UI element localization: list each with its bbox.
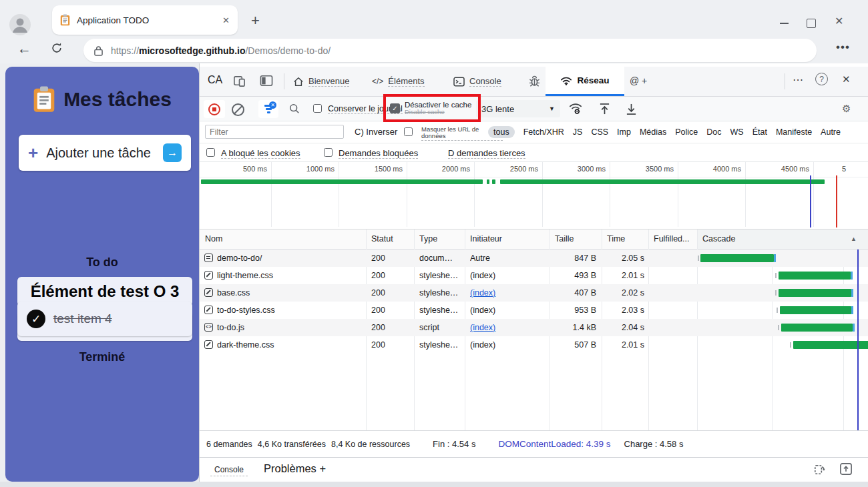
blocked-cookies-label[interactable]: A bloqué les cookies (221, 148, 300, 159)
table-row[interactable]: dark-theme.css 200 styleshe… (index) 507… (200, 336, 868, 354)
help-icon[interactable]: ? (815, 73, 828, 85)
submit-task-button[interactable]: → (163, 143, 182, 162)
col-header-time[interactable]: Time (607, 234, 625, 244)
url-bar[interactable]: https://microsoftedge.github.io/Demos/de… (83, 39, 817, 62)
filter-pill[interactable]: WS (730, 127, 744, 137)
add-task-button[interactable]: + Ajouter une tâche → (19, 135, 191, 171)
blocked-requests-label[interactable]: Demandes bloquées (339, 148, 418, 159)
waterfall-bar (779, 272, 851, 280)
col-header-cascade[interactable]: Cascade (702, 234, 735, 244)
network-conditions-icon[interactable] (568, 102, 583, 115)
devtools-more-icon[interactable]: ⋯ (793, 73, 803, 86)
filter-pill[interactable]: État (752, 127, 767, 137)
disable-cache-label[interactable]: Désactiver le cache Disable cache (405, 101, 471, 115)
blocked-requests-checkbox[interactable] (324, 148, 333, 157)
filter-input[interactable] (205, 125, 344, 139)
throttling-dropdown[interactable]: 3G lente ▼ (476, 100, 560, 117)
checkmark-icon[interactable]: ✓ (27, 310, 45, 328)
avatar[interactable] (9, 14, 31, 35)
table-row[interactable]: base.css 200 styleshe… (index) 407 B 2.0… (200, 284, 868, 302)
filter-pill[interactable]: Manifeste (776, 127, 812, 137)
invert-label: C) Inverser (355, 127, 397, 137)
waterfall-bar-tip (851, 289, 853, 297)
edge-browser-window: Application TODO ✕ + ✕ ← https://microso… (0, 0, 868, 487)
todo-section-heading: To do (5, 256, 199, 270)
disable-cache-checkbox[interactable]: ✓ (390, 103, 400, 113)
done-item[interactable]: ✓ test item 4 (17, 302, 192, 336)
third-party-label[interactable]: D demandes tierces (448, 148, 525, 159)
col-header-status[interactable]: Statut (371, 234, 393, 244)
device-emulation-icon[interactable] (233, 75, 246, 87)
maximize-icon[interactable] (807, 19, 816, 28)
import-har-icon[interactable] (599, 103, 610, 115)
browser-tab[interactable]: Application TODO ✕ (52, 5, 238, 35)
col-header-type[interactable]: Type (419, 234, 437, 244)
network-overview-timeline[interactable]: 500 ms 1000 ms 1500 ms 2000 ms 2500 ms 3… (200, 162, 868, 229)
filter-pill[interactable]: Doc (706, 127, 721, 137)
device-posture-icon[interactable] (812, 463, 826, 476)
sort-arrow-icon[interactable]: ▲ (851, 235, 857, 242)
drawer-tab-console[interactable]: Console (210, 464, 248, 476)
stylesheet-icon (204, 288, 213, 297)
filter-pill-all[interactable]: tous (488, 126, 515, 138)
col-header-initiator[interactable]: Initiateur (470, 234, 502, 244)
filter-icon[interactable]: ✕ (258, 100, 278, 118)
devtools-tabbar: CA Bienvenue </> Éléments Console (200, 67, 868, 97)
filter-pill[interactable]: Police (675, 127, 698, 137)
dock-side-icon[interactable] (260, 75, 273, 87)
table-row[interactable]: to-do-styles.css 200 styleshe… (index) 9… (200, 302, 868, 319)
options-row: A bloqué les cookies Demandes bloquées D… (200, 143, 868, 162)
search-icon[interactable] (289, 103, 300, 114)
timeline-tick: 1000 ms (294, 165, 335, 173)
refresh-icon[interactable] (51, 42, 63, 54)
table-row[interactable]: <> to-do.js 200 script (index) 1.4 kB 2.… (200, 319, 868, 336)
minimize-icon[interactable] (780, 23, 789, 24)
waterfall-bar (779, 289, 851, 297)
filter-pill[interactable]: Fetch/XHR (523, 127, 564, 137)
load-marker-line (836, 175, 837, 227)
col-header-fulfilled[interactable]: Fulfilled... (654, 234, 690, 244)
filter-pill[interactable]: CSS (591, 127, 608, 137)
record-button[interactable] (204, 100, 225, 118)
console-icon (453, 77, 465, 87)
timeline-tick: 3000 ms (566, 165, 606, 173)
blocked-cookies-checkbox[interactable] (206, 148, 215, 157)
open-panel-icon[interactable] (839, 462, 853, 476)
initiator-link[interactable]: (index) (470, 323, 545, 332)
waterfall-bar-tip (774, 254, 776, 262)
settings-gear-icon[interactable]: ⚙ (842, 103, 851, 115)
filter-pill[interactable]: Médias (640, 127, 666, 137)
col-header-name[interactable]: Nom (205, 234, 222, 244)
more-options-icon[interactable]: ••• (836, 41, 850, 54)
network-summary-bar: 6 demandes 4,6 Ko transférées 8,4 Ko de … (200, 430, 868, 457)
devtools-close-icon[interactable]: ✕ (842, 73, 851, 85)
clear-icon[interactable] (232, 103, 244, 116)
inspect-bug-icon[interactable] (528, 75, 541, 87)
tab-console[interactable]: Console (453, 67, 501, 96)
filter-pill[interactable]: JS (573, 127, 583, 137)
plus-icon: + (28, 143, 38, 163)
invert-checkbox[interactable] (404, 127, 413, 136)
preserve-log-checkbox[interactable] (313, 104, 322, 113)
filter-pill[interactable]: Autre (821, 127, 841, 137)
drawer-tab-problems[interactable]: Problèmes + (264, 462, 326, 475)
divider (785, 73, 785, 89)
table-row[interactable]: demo-to-do/ 200 docum… Autre 847 B 2.05 … (200, 250, 868, 267)
close-tab-icon[interactable]: ✕ (222, 15, 230, 25)
table-row[interactable]: light-theme.css 200 styleshe… (index) 49… (200, 267, 868, 284)
stylesheet-icon (204, 271, 213, 280)
tab-suffix[interactable]: @ + (630, 75, 647, 86)
filter-pill[interactable]: Imp (617, 127, 631, 137)
tab-network[interactable]: Réseau (546, 67, 624, 96)
col-header-size[interactable]: Taille (555, 234, 574, 244)
tab-elements[interactable]: </> Éléments (372, 67, 425, 96)
window-close-icon[interactable]: ✕ (835, 15, 843, 27)
browser-chrome: Application TODO ✕ + ✕ ← https://microso… (0, 0, 868, 63)
initiator-link[interactable]: (index) (470, 288, 545, 298)
export-har-icon[interactable] (626, 103, 637, 115)
tab-welcome[interactable]: Bienvenue (293, 67, 349, 96)
new-tab-icon[interactable]: + (251, 12, 260, 29)
finish-time: Fin : 4.54 s (433, 439, 475, 449)
todo-app-panel: Mes tâches + Ajouter une tâche → To do É… (5, 67, 199, 482)
back-icon[interactable]: ← (17, 41, 31, 57)
